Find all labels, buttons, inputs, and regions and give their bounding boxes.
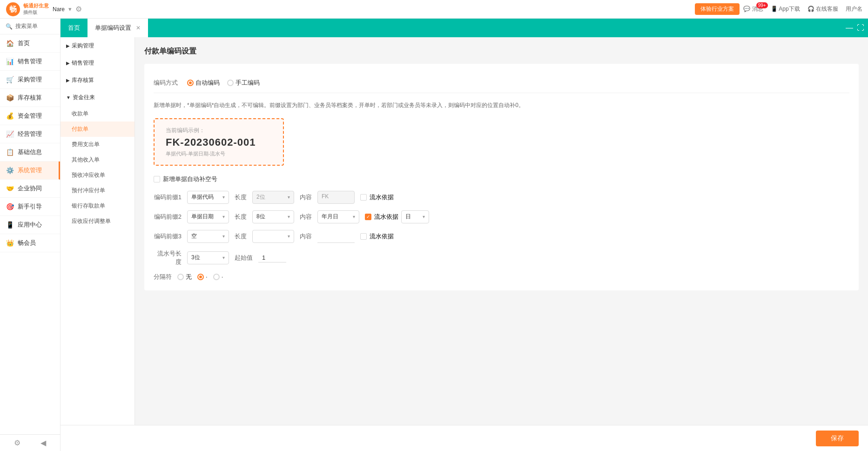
settings-bottom-icon[interactable]: ⚙	[14, 438, 20, 447]
sidebar-item-guide[interactable]: 🎯 新手引导	[0, 198, 60, 216]
water-flow-checkbox-1[interactable]	[360, 194, 367, 201]
sub-nav-item-receipt[interactable]: 收款单	[61, 106, 135, 121]
sub-nav-item-adjustments[interactable]: 应收应付调整单	[61, 214, 135, 229]
manual-code-radio[interactable]: 手工编码	[227, 79, 260, 87]
preview-code: FK-20230602-001	[166, 136, 272, 148]
content2-select[interactable]: 年月日 ▾	[317, 210, 359, 223]
auto-fill-checkbox[interactable]	[154, 176, 160, 182]
user-info[interactable]: 用户名	[846, 5, 862, 13]
sidebar-item-finance[interactable]: 💰 资金管理	[0, 107, 60, 125]
tab-code-settings-label: 单据编码设置	[95, 24, 131, 32]
sidebar-item-label: 经营管理	[18, 130, 42, 138]
home-icon: 🏠	[6, 39, 14, 47]
auto-code-radio[interactable]: 自动编码	[187, 79, 220, 87]
sub-nav-item-bank[interactable]: 银行存取款单	[61, 198, 135, 214]
prefix1-select[interactable]: 单据代码 ▾	[187, 191, 229, 204]
sub-nav-item-other-income[interactable]: 其他收入单	[61, 152, 135, 168]
minimize-icon[interactable]: —	[846, 24, 853, 32]
save-button[interactable]: 保存	[816, 431, 859, 446]
sidebar: 🔍 搜索菜单 🏠 首页 📊 销售管理 🛒 采购管理 📦 库存核算 💰 资金管理 …	[0, 19, 61, 451]
sidebar-item-purchase[interactable]: 🛒 采购管理	[0, 71, 60, 89]
tab-bar-actions: — ⛶	[846, 24, 868, 32]
auto-code-label: 自动编码	[195, 79, 220, 87]
preview-sub: 单据代码-单据日期-流水号	[166, 150, 272, 157]
chevron-down-icon: ▾	[353, 214, 355, 219]
settings-card: 编码方式 自动编码 手工编码	[144, 64, 859, 290]
prefix1-label: 编码前缀1	[154, 193, 182, 202]
sub-nav-header-purchase[interactable]: ▶ 采购管理	[61, 37, 135, 54]
tab-code-settings[interactable]: 单据编码设置 ✕	[87, 19, 148, 37]
sep-dash-option[interactable]: ·	[213, 273, 223, 280]
start-value-input[interactable]: 1	[258, 253, 286, 263]
appcenter-icon: 📱	[6, 221, 14, 229]
length1-select[interactable]: 2位 ▾	[252, 191, 294, 204]
sidebar-item-operations[interactable]: 📈 经营管理	[0, 125, 60, 143]
water-unit-value: 日	[405, 213, 411, 221]
chevron-down-icon: ▾	[222, 214, 225, 219]
sub-nav-header-inventory[interactable]: ▶ 库存核算	[61, 72, 135, 89]
length2-select[interactable]: 8位 ▾	[252, 210, 294, 223]
form-row-1: 编码前缀1 单据代码 ▾ 长度 2位 ▾ 内容 FK	[154, 191, 849, 204]
tab-bar: 首页 单据编码设置 ✕ — ⛶	[61, 19, 868, 37]
sep-dot-option[interactable]: ·	[197, 273, 208, 280]
message-nav[interactable]: 💬 消息 99+	[743, 5, 763, 13]
sidebar-item-basic[interactable]: 📋 基础信息	[0, 143, 60, 162]
content1-input: FK	[317, 191, 355, 204]
separator-label: 分隔符	[154, 273, 172, 281]
tab-home[interactable]: 首页	[61, 19, 87, 37]
water-flow-checkbox-3[interactable]	[360, 233, 367, 240]
water-flow-checkbox-2[interactable]: ✓	[365, 214, 371, 220]
sidebar-item-label: 销售管理	[18, 57, 42, 66]
tab-home-label: 首页	[68, 24, 80, 32]
auto-code-radio-circle	[187, 80, 194, 86]
sub-nav-header-sales[interactable]: ▶ 销售管理	[61, 54, 135, 72]
sub-nav-item-payment[interactable]: 付款单	[61, 121, 135, 137]
app-download-nav[interactable]: 📱 App下载	[771, 5, 800, 13]
page-title: 付款单编码设置	[144, 47, 859, 56]
chevron-down-icon: ▾	[288, 234, 290, 239]
sidebar-item-system[interactable]: ⚙️ 系统管理	[0, 162, 60, 180]
top-nav: 💬 消息 99+ 📱 App下载 🎧 在线客服 用户名	[743, 5, 862, 13]
sub-nav-item-expense[interactable]: 费用支出单	[61, 137, 135, 152]
chevron-down-icon[interactable]: ▾	[68, 6, 72, 13]
sidebar-item-label: 系统管理	[18, 166, 42, 175]
sidebar-item-sales[interactable]: 📊 销售管理	[0, 53, 60, 71]
prefix3-label: 编码前缀3	[154, 232, 182, 241]
collapse-icon[interactable]: ◀	[40, 438, 46, 447]
prefix2-select[interactable]: 单据日期 ▾	[187, 210, 229, 223]
sub-nav-item-prepaid-payable[interactable]: 预付冲应付单	[61, 183, 135, 198]
form-row-3: 编码前缀3 空 ▾ 长度 ▾ 内容	[154, 230, 849, 243]
water-flow-label-2: 流水依据	[374, 213, 398, 221]
sep-dot-label: ·	[206, 273, 208, 280]
sidebar-item-home[interactable]: 🏠 首页	[0, 34, 60, 53]
maximize-icon[interactable]: ⛶	[857, 24, 864, 32]
length3-select[interactable]: ▾	[252, 230, 294, 243]
message-icon: 💬	[743, 6, 750, 12]
solution-button[interactable]: 体验行业方案	[695, 3, 740, 15]
sub-nav-item-prepaid-receivable[interactable]: 预收冲应收单	[61, 168, 135, 183]
sidebar-item-vip[interactable]: 👑 畅会员	[0, 234, 60, 252]
sidebar-item-enterprise[interactable]: 🤝 企业协同	[0, 180, 60, 198]
tab-close-icon[interactable]: ✕	[136, 25, 141, 31]
arrow-down-icon: ▼	[66, 95, 71, 100]
length3-label: 长度	[235, 232, 247, 241]
serial-length-select[interactable]: 3位 ▾	[187, 251, 229, 264]
sep-none-option[interactable]: 无	[177, 273, 192, 281]
chevron-down-icon: ▾	[222, 234, 225, 239]
water-unit-select[interactable]: 日 ▾	[401, 210, 429, 223]
sidebar-item-label: 企业协同	[18, 184, 42, 193]
sidebar-item-appcenter[interactable]: 📱 应用中心	[0, 216, 60, 234]
chevron-down-icon: ▾	[222, 195, 225, 200]
length1-label: 长度	[235, 193, 247, 202]
online-service-nav[interactable]: 🎧 在线客服	[807, 5, 838, 13]
enterprise-icon: 🤝	[6, 184, 14, 193]
sep-dot-radio	[197, 274, 204, 280]
settings-icon[interactable]: ⚙	[75, 5, 82, 13]
water-flow-label-3: 流水依据	[370, 232, 394, 241]
sep-none-radio	[177, 274, 184, 280]
search-menu[interactable]: 🔍 搜索菜单	[0, 19, 60, 34]
prefix3-select[interactable]: 空 ▾	[187, 230, 229, 243]
sub-nav-header-fund[interactable]: ▼ 资金往来	[61, 89, 135, 106]
sidebar-item-inventory[interactable]: 📦 库存核算	[0, 89, 60, 107]
auto-fill-label: 新增单据自动补空号	[163, 175, 217, 183]
